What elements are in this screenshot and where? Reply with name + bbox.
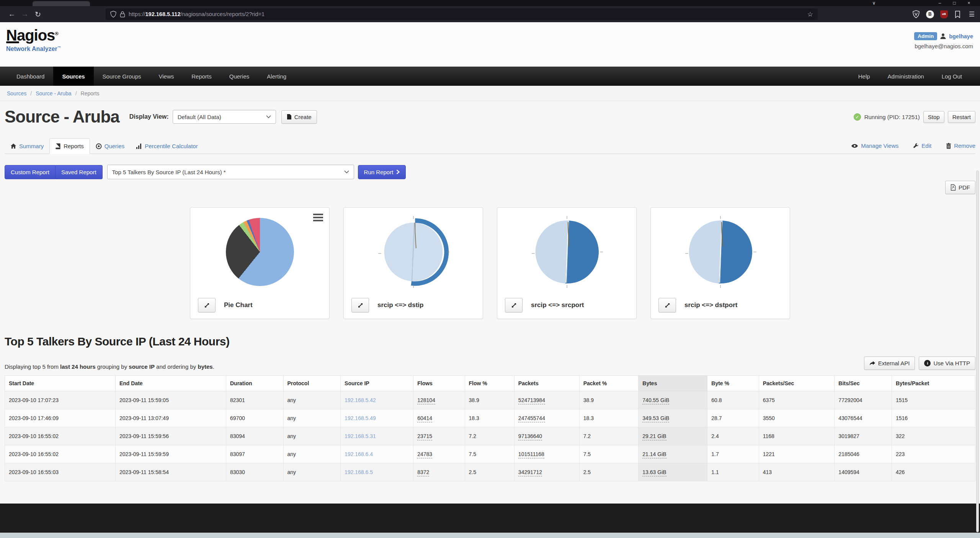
nav-item-queries[interactable]: Queries <box>220 67 258 86</box>
table-cell: 101511168 <box>514 445 579 463</box>
chord-chart-dstport[interactable] <box>683 214 758 289</box>
display-view-select[interactable]: Default (All Data) <box>173 110 276 124</box>
table-cell: 1.7 <box>707 445 759 463</box>
table-cell: 1516 <box>892 409 975 427</box>
table-cell: 83094 <box>226 427 283 445</box>
tooltip-value: 34291712 <box>518 469 542 476</box>
table-cell: 7.2 <box>579 427 639 445</box>
bookmark-star-icon[interactable]: ☆ <box>807 10 813 18</box>
column-header[interactable]: Start Date <box>5 376 116 391</box>
table-cell: 18.3 <box>579 409 639 427</box>
tracking-shield-icon[interactable] <box>110 11 116 18</box>
nav-item-sources[interactable]: Sources <box>53 67 93 86</box>
lock-icon[interactable] <box>120 11 125 18</box>
nav-item-administration[interactable]: Administration <box>879 67 933 86</box>
chord-chart-dstip[interactable] <box>376 214 451 289</box>
stop-button[interactable]: Stop <box>923 111 944 123</box>
table-cell: 1515 <box>892 391 975 409</box>
window-chevron-icon[interactable]: ∨ <box>867 0 881 6</box>
column-header[interactable]: Protocol <box>283 376 341 391</box>
nav-item-reports[interactable]: Reports <box>183 67 220 86</box>
edit-link[interactable]: Edit <box>913 142 931 149</box>
tab-queries[interactable]: Queries <box>90 139 131 154</box>
breadcrumb-source-aruba[interactable]: Source - Aruba <box>36 90 71 96</box>
table-cell: 322 <box>892 427 975 445</box>
column-header[interactable]: Source IP <box>341 376 413 391</box>
window-minimize-icon[interactable]: – <box>933 0 947 6</box>
url-bar[interactable]: https://192.168.5.112/nagiosna/sources/r… <box>106 8 818 20</box>
chart-label: srcip <=> srcport <box>531 301 584 309</box>
use-via-http-button[interactable]: i Use Via HTTP <box>919 356 975 370</box>
browser-menu-icon[interactable]: ☰ <box>969 10 975 18</box>
column-header[interactable]: Bytes <box>639 376 707 391</box>
table-cell: 83097 <box>226 445 283 463</box>
column-header[interactable]: Bytes/Packet <box>892 376 975 391</box>
share-arrow-icon <box>869 361 875 366</box>
scrollbar-thumb[interactable] <box>976 170 979 532</box>
table-cell: 21.14 GiB <box>639 445 707 463</box>
reload-icon[interactable]: ↻ <box>31 10 44 19</box>
site-header: Nagios® Network Analyzer™ Admin bgelhaye… <box>0 22 980 67</box>
saved-report-button[interactable]: Saved Report <box>56 165 103 179</box>
nav-item-views[interactable]: Views <box>150 67 183 86</box>
column-header[interactable]: End Date <box>115 376 226 391</box>
table-cell: 1168 <box>759 427 835 445</box>
tab-reports[interactable]: Reports <box>49 138 90 154</box>
source-ip-link[interactable]: 192.168.5.31 <box>345 433 376 439</box>
nav-item-alerting[interactable]: Alerting <box>258 67 295 86</box>
chord-chart-srcport[interactable] <box>529 214 604 289</box>
browser-tab[interactable] <box>33 1 90 6</box>
column-header[interactable]: Byte % <box>707 376 759 391</box>
create-button[interactable]: Create <box>281 110 317 124</box>
chart-label: srcip <=> dstip <box>377 301 423 309</box>
manage-views-link[interactable]: Manage Views <box>851 142 898 149</box>
username-link[interactable]: bgelhaye <box>949 33 973 39</box>
column-header[interactable]: Bits/Sec <box>835 376 892 391</box>
expand-button[interactable] <box>198 298 216 312</box>
column-header[interactable]: Duration <box>226 376 283 391</box>
ublock-icon[interactable]: uB <box>940 10 948 18</box>
footer-strip <box>0 533 980 538</box>
back-icon[interactable]: ← <box>5 10 18 18</box>
forward-icon[interactable]: → <box>18 10 31 18</box>
extension-b-icon[interactable]: B <box>926 10 934 18</box>
nav-item-help[interactable]: Help <box>849 67 879 86</box>
extension-save-icon[interactable] <box>954 10 961 18</box>
remove-link[interactable]: Remove <box>946 142 975 149</box>
column-header[interactable]: Packet % <box>579 376 639 391</box>
column-header[interactable]: Packets <box>514 376 579 391</box>
source-ip-link[interactable]: 192.168.5.49 <box>345 415 376 421</box>
table-cell: 7.5 <box>465 445 514 463</box>
column-header[interactable]: Flow % <box>465 376 514 391</box>
external-api-button[interactable]: External API <box>864 356 915 370</box>
column-header[interactable]: Flows <box>413 376 465 391</box>
url-text[interactable]: https://192.168.5.112/nagiosna/sources/r… <box>129 11 265 17</box>
source-ip-link[interactable]: 192.168.6.4 <box>345 451 373 457</box>
column-header[interactable]: Packets/Sec <box>759 376 835 391</box>
source-ip-link[interactable]: 192.168.5.42 <box>345 397 376 403</box>
nav-item-logout[interactable]: Log Out <box>933 67 971 86</box>
pie-chart[interactable] <box>226 218 294 286</box>
custom-report-button[interactable]: Custom Report <box>5 165 56 179</box>
extension-shield-icon[interactable] <box>912 10 920 18</box>
report-select[interactable]: Top 5 Talkers By Source IP (Last 24 Hour… <box>107 165 354 179</box>
chart-menu-icon[interactable] <box>313 214 323 221</box>
table-row: 2023-09-10 16:55:022023-09-11 15:59:5683… <box>5 427 975 445</box>
nav-item-source-groups[interactable]: Source Groups <box>94 67 150 86</box>
browser-chrome: ∨ – □ × ← → ↻ https://192.168.5.112/nagi… <box>0 0 980 22</box>
source-ip-link[interactable]: 192.168.6.5 <box>345 469 373 475</box>
expand-button[interactable] <box>658 298 676 312</box>
restart-button[interactable]: Restart <box>948 111 975 123</box>
expand-button[interactable] <box>505 298 523 312</box>
expand-button[interactable] <box>351 298 369 312</box>
run-report-button[interactable]: Run Report <box>358 165 406 179</box>
tab-summary[interactable]: Summary <box>5 139 49 154</box>
pdf-button[interactable]: PDF <box>945 181 975 194</box>
window-close-icon[interactable]: × <box>962 0 976 6</box>
tab-percentile-calculator[interactable]: Percentile Calculator <box>130 139 203 154</box>
table-cell: 524713984 <box>514 391 579 409</box>
breadcrumb-sources[interactable]: Sources <box>7 90 26 96</box>
window-maximize-icon[interactable]: □ <box>947 0 962 6</box>
table-row: 2023-09-10 17:07:232023-09-11 15:59:0582… <box>5 391 975 409</box>
nav-item-dashboard[interactable]: Dashboard <box>8 67 53 86</box>
